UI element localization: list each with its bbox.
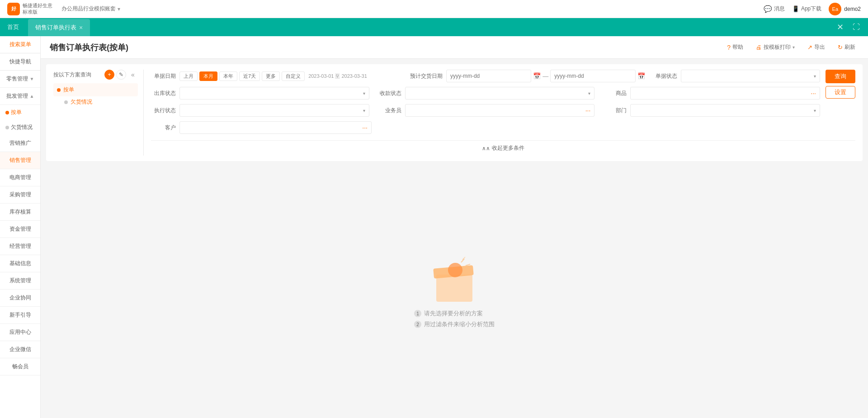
avatar: Ea — [829, 3, 841, 15]
date-btn-this-month[interactable]: 本月 — [199, 71, 217, 81]
sidebar-item-operations[interactable]: 经营管理 — [0, 238, 40, 255]
scheme-item-按单[interactable]: 按单 — [53, 83, 138, 96]
sidebar-item-sales[interactable]: 销售管理 — [0, 152, 40, 169]
sidebar-item-enterprise[interactable]: 企业协同 — [0, 290, 40, 307]
user-area[interactable]: Ea demo2 — [829, 3, 861, 15]
customer-input[interactable]: ··· — [179, 121, 372, 134]
main-layout: 搜索菜单 快捷导航 零售管理 ▼ 批发管理 ▲ 按单 欠货情况 营销推广 销售管… — [0, 36, 868, 418]
expected-date-start-input[interactable] — [446, 70, 531, 82]
tab-active[interactable]: 销售订单执行表 × — [28, 19, 90, 36]
filter-item-date: 单据日期 上月 本月 本年 近7天 更多 自定义 — [151, 71, 403, 81]
sidebar-item-guide[interactable]: 新手引导 — [0, 307, 40, 324]
tip2-number: 2 — [414, 321, 421, 328]
sidebar-item-weixin[interactable]: 企业微信 — [0, 341, 40, 358]
sidebar-item-retail[interactable]: 零售管理 ▼ — [0, 71, 40, 88]
inactive-dot-icon — [5, 126, 9, 129]
tab-home[interactable]: 首页 — [0, 18, 26, 36]
salesperson-input[interactable]: ··· — [405, 104, 595, 117]
filter-item-exec-status: 执行状态 ▾ — [151, 104, 369, 117]
date-btn-more[interactable]: 更多 — [262, 71, 280, 81]
exec-status-select[interactable]: ▾ — [179, 104, 369, 117]
collapse-icon: « — [131, 71, 135, 78]
exec-status-arrow-icon: ▾ — [363, 108, 365, 113]
filter-item-receive-status: 收款状态 ▾ — [377, 87, 595, 100]
breadcrumb-arrow-icon[interactable]: ▾ — [118, 6, 120, 12]
filter-item-goods: 商品 ··· — [602, 87, 820, 100]
collapse-more-button[interactable]: ∧∧ 收起更多条件 — [482, 144, 524, 152]
help-icon: ? — [727, 44, 731, 51]
filter-row-2: 出库状态 ▾ 收款状态 — [151, 87, 820, 100]
date-range-text: 2023-03-01 至 2023-03-31 — [308, 73, 367, 80]
refresh-button[interactable]: ↻ 刷新 — [834, 42, 859, 53]
sidebar-item-marketing[interactable]: 营销推广 — [0, 135, 40, 152]
wholesale-chevron-icon: ▲ — [30, 94, 34, 99]
tab-close-icon[interactable]: × — [79, 24, 83, 31]
edit-scheme-button[interactable]: ✎ — [116, 70, 126, 80]
tip2-text: 用过滤条件来缩小分析范围 — [424, 320, 495, 328]
add-scheme-button[interactable]: + — [104, 70, 114, 80]
dept-select[interactable]: ▾ — [630, 104, 820, 117]
sidebar-item-wholesale[interactable]: 批发管理 ▲ — [0, 88, 40, 105]
tabbar-fullscreen-icon[interactable]: ⛶ — [850, 21, 863, 33]
date-btn-custom[interactable]: 自定义 — [282, 71, 305, 81]
sidebar-item-purchase[interactable]: 采购管理 — [0, 186, 40, 204]
date-btn-7days[interactable]: 近7天 — [239, 71, 260, 81]
print-button[interactable]: 🖨 按模板打印 ▾ — [752, 42, 798, 53]
out-status-select[interactable]: ▾ — [179, 87, 369, 100]
message-icon: 💬 — [764, 5, 772, 13]
logo-text: 畅捷通好生意 标准版 — [23, 3, 52, 14]
filter-inner: 按以下方案查询 + ✎ « — [53, 70, 855, 156]
settings-button[interactable]: 设置 — [826, 86, 855, 99]
receive-status-select[interactable]: ▾ — [405, 87, 595, 100]
sidebar-item-quicknav[interactable]: 快捷导航 — [0, 53, 40, 71]
sidebar-item-basic[interactable]: 基础信息 — [0, 255, 40, 272]
out-status-arrow-icon: ▾ — [363, 91, 365, 96]
doc-status-select[interactable]: ▾ — [681, 70, 820, 82]
sidebar-item-inventory[interactable]: 库存核算 — [0, 204, 40, 221]
svg-rect-0 — [436, 275, 472, 302]
exec-status-control: ▾ — [179, 104, 369, 117]
sidebar-item-ecommerce[interactable]: 电商管理 — [0, 169, 40, 186]
tabbar: 首页 销售订单执行表 × ✕ ⛶ — [0, 18, 868, 36]
help-button[interactable]: ? 帮助 — [723, 42, 747, 53]
doc-status-control: ▾ — [681, 70, 820, 82]
export-icon: ↗ — [807, 44, 812, 51]
receive-status-control: ▾ — [405, 87, 595, 100]
filter-item-customer: 客户 ··· — [151, 121, 372, 134]
date-btn-last-month[interactable]: 上月 — [179, 71, 198, 81]
empty-tip-1: 1 请先选择要分析的方案 — [414, 309, 495, 318]
receive-status-arrow-icon: ▾ — [588, 91, 590, 96]
filter-fields-area: 单据日期 上月 本月 本年 近7天 更多 自定义 — [144, 70, 855, 156]
goods-label: 商品 — [602, 90, 627, 97]
sidebar-sub-按单[interactable]: 按单 — [0, 105, 40, 120]
filter-scheme-title: 按以下方案查询 + ✎ « — [53, 70, 138, 80]
expected-date-control: 📅 — 📅 — [446, 70, 645, 82]
goods-select[interactable]: ··· — [630, 87, 820, 100]
breadcrumb-text: 办公用品行业模拟账套 — [61, 5, 116, 13]
expected-date-end-input[interactable] — [550, 70, 635, 82]
logo-area: 好 畅捷通好生意 标准版 — [7, 3, 52, 15]
message-button[interactable]: 💬 消息 — [764, 5, 785, 13]
filter-fields: 单据日期 上月 本月 本年 近7天 更多 自定义 — [151, 70, 820, 138]
export-button[interactable]: ↗ 导出 — [804, 42, 829, 53]
customer-label: 客户 — [151, 124, 176, 132]
empty-illustration — [427, 254, 481, 304]
scheme-sub-dot — [64, 100, 68, 104]
search-button[interactable]: 查询 — [826, 70, 855, 83]
scheme-sub-欠货[interactable]: 欠货情况 — [53, 96, 138, 108]
sidebar-item-appcenter[interactable]: 应用中心 — [0, 324, 40, 341]
sidebar-sub-欠货情况[interactable]: 欠货情况 — [0, 120, 40, 135]
app-download-button[interactable]: 📱 App下载 — [792, 5, 821, 13]
filter-item-salesperson: 业务员 ··· — [377, 104, 595, 117]
filter-item-expected-date: 预计交货日期 📅 — 📅 — [410, 70, 645, 82]
svg-point-2 — [448, 263, 462, 277]
sidebar-item-member[interactable]: 畅会员 — [0, 358, 40, 375]
sidebar-item-finance[interactable]: 资金管理 — [0, 221, 40, 238]
customer-control: ··· — [179, 121, 372, 134]
filter-action-buttons: 查询 设置 — [826, 70, 855, 99]
sidebar-item-system[interactable]: 系统管理 — [0, 272, 40, 290]
tabbar-close-icon[interactable]: ✕ — [834, 21, 846, 33]
collapse-scheme-button[interactable]: « — [128, 70, 138, 80]
sidebar-item-search[interactable]: 搜索菜单 — [0, 36, 40, 53]
date-btn-this-year[interactable]: 本年 — [219, 71, 237, 81]
